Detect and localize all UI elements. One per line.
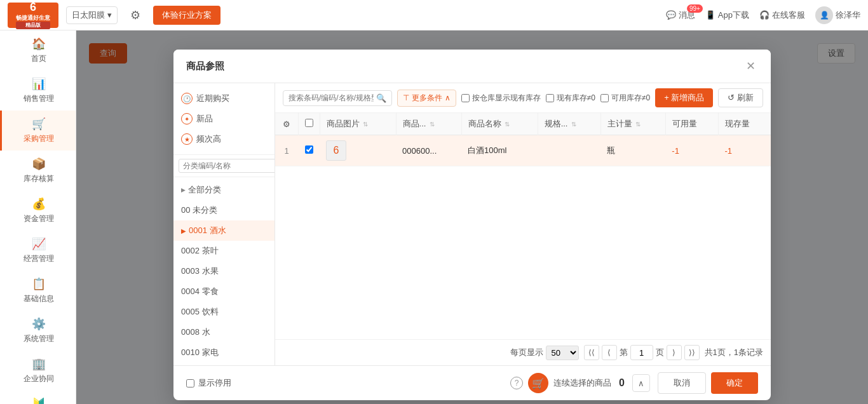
confirm-button[interactable]: 确定	[711, 372, 758, 394]
messages-nav-item[interactable]: 💬 消息 99+	[666, 10, 695, 21]
category-label-0001: 0001 酒水	[189, 225, 226, 236]
category-item-00[interactable]: 00 未分类	[173, 200, 275, 220]
phone-icon: 📱	[705, 10, 715, 20]
page-size-label: 每页显示	[510, 347, 543, 358]
sidebar-label-system: 系统管理	[24, 333, 54, 344]
sales-icon: 📊	[32, 77, 46, 91]
category-label-0002: 0002 茶叶	[181, 245, 219, 257]
quick-item-frequent[interactable]: ★ 频次高	[173, 129, 275, 149]
category-panel: 🕐 近期购买 ✦ 新品 ★ 频次高	[173, 83, 275, 365]
th-unit: 主计量 ⇅	[600, 113, 665, 135]
warehouse-checkbox[interactable]	[461, 94, 470, 102]
current-stock-checkbox[interactable]	[546, 94, 554, 102]
collapse-button[interactable]: ∧	[632, 374, 650, 392]
available-stock-filter[interactable]: 可用库存≠0	[600, 93, 650, 104]
product-panel: 🔍 ⊤ 更多条件 ∧ 按仓库显示现有库存	[275, 83, 771, 365]
page-size-dropdown[interactable]: 50 100 200	[546, 346, 579, 360]
category-item-all[interactable]: ▶ 全部分类	[173, 180, 275, 200]
category-item-0003[interactable]: 0003 水果	[173, 261, 275, 281]
filter-more-button[interactable]: ⊤ 更多条件 ∧	[397, 90, 456, 107]
table-row[interactable]: 1 6	[275, 135, 771, 166]
th-image: 商品图片 ⇅	[320, 113, 396, 135]
sidebar-item-purchase[interactable]: 🛒 采购管理	[0, 111, 76, 151]
refresh-button[interactable]: ↺ 刷新	[718, 88, 763, 107]
settings-icon[interactable]: ⚙	[125, 5, 146, 25]
messages-badge: 99+	[687, 4, 703, 13]
category-label-all: 全部分类	[188, 184, 221, 196]
show-disabled-checkbox[interactable]	[186, 379, 194, 387]
sidebar-item-sales[interactable]: 📊 销售管理	[0, 71, 76, 111]
product-search-input[interactable]	[288, 93, 374, 102]
quick-item-recent[interactable]: 🕐 近期购买	[173, 88, 275, 109]
category-item-0008[interactable]: 0008 水	[173, 322, 275, 342]
app-sub: 精品版	[16, 22, 50, 29]
page-last-button[interactable]: ⟩⟩	[684, 345, 700, 360]
online-service-label: 在线客服	[772, 10, 805, 21]
cart-button[interactable]: 🛒	[528, 373, 548, 393]
online-service-nav-item[interactable]: 🎧 在线客服	[759, 10, 805, 21]
sidebar-label-home: 首页	[31, 53, 46, 64]
page-number-input[interactable]	[630, 345, 653, 360]
company-dropdown[interactable]: 日太阳膜 ▾	[66, 6, 118, 24]
user-menu[interactable]: 👤 徐泽华	[815, 6, 860, 24]
finance-icon: 💰	[32, 197, 46, 211]
category-label-0005: 0005 饮料	[181, 306, 219, 318]
sidebar-item-enterprise[interactable]: 🏢 企业协同	[0, 351, 76, 391]
sidebar-label-finance: 资金管理	[24, 213, 54, 224]
td-name: 白酒100ml	[461, 135, 538, 166]
recent-icon: 🕐	[181, 93, 193, 104]
category-search-input[interactable]	[179, 159, 275, 173]
sidebar-item-operations[interactable]: 📈 经营管理	[0, 231, 76, 271]
sidebar-item-home[interactable]: 🏠 首页	[0, 30, 76, 71]
app-download-nav-item[interactable]: 📱 App下载	[705, 10, 749, 21]
help-icon[interactable]: ?	[510, 377, 523, 389]
category-item-0001[interactable]: ▶ 0001 酒水	[173, 220, 275, 241]
category-item-0004[interactable]: 0004 零食	[173, 281, 275, 302]
th-spec: 规格... ⇅	[538, 113, 600, 135]
page-first-button[interactable]: ⟨⟨	[584, 345, 599, 360]
table-header-row: ⚙ 商品图片 ⇅	[275, 113, 771, 135]
category-item-0005[interactable]: 0005 饮料	[173, 302, 275, 322]
row-checkbox[interactable]	[305, 145, 313, 154]
th-name: 商品名称 ⇅	[461, 113, 538, 135]
modal-footer: 显示停用 ? 🛒 连续选择的商品 0 ∧ 取消 确定	[173, 365, 771, 400]
logo-char: 6	[16, 1, 50, 15]
select-all-checkbox[interactable]	[305, 119, 313, 127]
quick-access-section: 🕐 近期购买 ✦ 新品 ★ 频次高	[173, 83, 275, 155]
product-toolbar: 🔍 ⊤ 更多条件 ∧ 按仓库显示现有库存	[275, 83, 771, 113]
quick-item-new[interactable]: ✦ 新品	[173, 109, 275, 129]
cart-label: 连续选择的商品	[553, 377, 611, 389]
category-item-0002[interactable]: 0002 茶叶	[173, 241, 275, 261]
show-disabled-text: 显示停用	[198, 377, 231, 389]
current-stock-filter[interactable]: 现有库存≠0	[546, 93, 595, 104]
page-prefix: 第	[620, 347, 628, 358]
category-item-0010[interactable]: 0010 家电	[173, 342, 275, 363]
experience-button[interactable]: 体验行业方案	[153, 6, 220, 25]
sidebar-item-inventory[interactable]: 📦 库存核算	[0, 151, 76, 191]
page-next-button[interactable]: ⟩	[667, 345, 682, 360]
available-stock-checkbox[interactable]	[600, 94, 609, 102]
modal-body: 🕐 近期购买 ✦ 新品 ★ 频次高	[173, 83, 771, 365]
sidebar-item-basic[interactable]: 📋 基础信息	[0, 271, 76, 311]
available-stock-label: 可用库存≠0	[611, 93, 650, 104]
cancel-button[interactable]: 取消	[658, 372, 706, 394]
page-prev-button[interactable]: ⟨	[602, 345, 617, 360]
warehouse-filter[interactable]: 按仓库显示现有库存	[461, 93, 541, 104]
purchase-icon: 🛒	[32, 117, 46, 131]
sidebar: 🏠 首页 📊 销售管理 🛒 采购管理 📦 库存核算 💰 资金管理 📈 经营管理 …	[0, 30, 76, 404]
th-checkbox	[298, 113, 320, 135]
sidebar-label-basic: 基础信息	[24, 293, 54, 304]
sidebar-item-system[interactable]: ⚙️ 系统管理	[0, 311, 76, 351]
td-checkbox	[298, 135, 320, 166]
sidebar-item-finance[interactable]: 💰 资金管理	[0, 191, 76, 231]
th-settings[interactable]: ⚙	[275, 113, 298, 135]
basic-icon: 📋	[32, 277, 46, 291]
current-stock-label: 现有库存≠0	[557, 93, 595, 104]
frequent-icon: ★	[181, 133, 193, 145]
sidebar-item-guide[interactable]: 🔰 新手引导	[0, 391, 76, 404]
add-product-button[interactable]: + 新增商品	[655, 88, 713, 107]
sidebar-label-operations: 经营管理	[24, 253, 54, 264]
arrow-right-icon: ▶	[181, 227, 186, 234]
modal-close-button[interactable]: ✕	[743, 58, 758, 74]
show-disabled-label[interactable]: 显示停用	[186, 377, 231, 389]
